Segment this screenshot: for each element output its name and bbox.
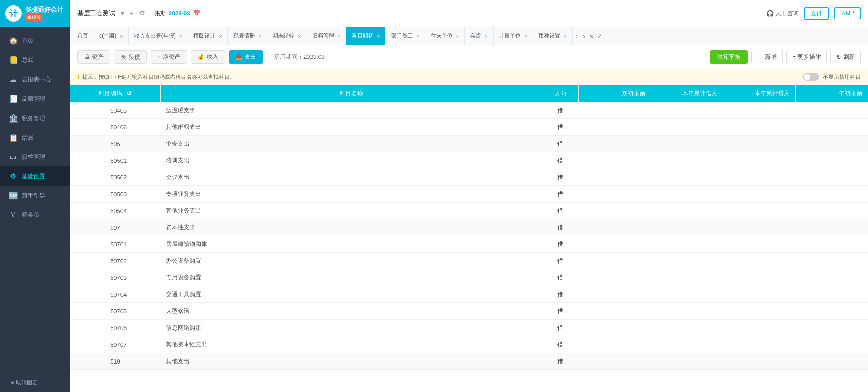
tab-currency-close[interactable]: × (564, 33, 566, 39)
cell-annual-debit[interactable] (651, 269, 723, 286)
tab-annual-close[interactable]: × (179, 33, 182, 39)
customer-service-btn[interactable]: 🎧 人工咨询 (766, 9, 799, 18)
table-row[interactable]: 50704 交通工具购置 借 (70, 286, 868, 303)
cell-annual-balance[interactable] (796, 336, 868, 353)
table-row[interactable]: 50406 其他维权支出 借 (70, 119, 868, 136)
cell-opening-balance[interactable] (579, 136, 651, 152)
cell-annual-credit[interactable] (723, 186, 796, 203)
table-row[interactable]: 50503 专项业务支出 借 (70, 186, 868, 203)
table-row[interactable]: 50702 办公设备购置 借 (70, 253, 868, 269)
sidebar-item-home[interactable]: 🏠 首页 (0, 31, 70, 50)
cell-annual-credit[interactable] (723, 353, 796, 370)
cell-annual-credit[interactable] (723, 102, 796, 119)
add-workspace-icon[interactable]: ＋ (128, 9, 135, 18)
cell-annual-balance[interactable] (796, 320, 868, 336)
tab-tax-table[interactable]: 税表清册 × (228, 27, 267, 45)
cell-annual-credit[interactable] (723, 203, 796, 219)
cell-opening-balance[interactable] (579, 269, 651, 286)
tab-currency[interactable]: 币种设置 × (533, 27, 572, 45)
dropdown-icon[interactable]: ▾ (121, 9, 124, 18)
cell-opening-balance[interactable] (579, 353, 651, 370)
cell-opening-balance[interactable] (579, 336, 651, 353)
tab-dept[interactable]: 部门员工 × (386, 27, 425, 45)
cell-annual-balance[interactable] (796, 236, 868, 253)
settings-icon[interactable]: ⚙ (139, 9, 145, 18)
table-row[interactable]: 50705 大型修缮 借 (70, 303, 868, 320)
tab-interim-close[interactable]: × (120, 33, 123, 39)
cell-opening-balance[interactable] (579, 219, 651, 236)
cell-annual-debit[interactable] (651, 169, 723, 186)
table-row[interactable]: 50701 房屋建筑物购建 借 (70, 236, 868, 253)
cell-annual-balance[interactable] (796, 119, 868, 136)
cell-annual-debit[interactable] (651, 136, 723, 152)
cell-annual-balance[interactable] (796, 152, 868, 169)
tab-interim[interactable]: ε(中期) × (94, 27, 129, 45)
table-row[interactable]: 510 其他支出 借 (70, 353, 868, 370)
refresh-btn[interactable]: ↻ 刷新 (830, 50, 861, 64)
tab-annual-report[interactable]: 收入支出表(年报) × (129, 27, 188, 45)
cell-annual-balance[interactable] (796, 169, 868, 186)
tab-archive-close[interactable]: × (338, 33, 340, 39)
tab-home[interactable]: 首页 (72, 27, 94, 45)
cell-annual-balance[interactable] (796, 186, 868, 203)
cell-opening-balance[interactable] (579, 102, 651, 119)
cell-annual-balance[interactable] (796, 286, 868, 303)
tab-counterpart-close[interactable]: × (456, 33, 459, 39)
account-button[interactable]: 会计 (804, 7, 829, 20)
cell-annual-credit[interactable] (723, 303, 796, 320)
tab-tax-close[interactable]: × (259, 33, 261, 39)
cell-opening-balance[interactable] (579, 119, 651, 136)
cell-annual-debit[interactable] (651, 286, 723, 303)
sidebar-item-archive[interactable]: 🗂 归档管理 (0, 147, 70, 166)
cell-annual-debit[interactable] (651, 186, 723, 203)
balance-btn[interactable]: 试算平衡 (710, 50, 748, 64)
cell-annual-credit[interactable] (723, 286, 796, 303)
cell-annual-debit[interactable] (651, 253, 723, 269)
tab-period-end[interactable]: 期末结转 × (267, 27, 307, 45)
table-row[interactable]: 50502 会议支出 借 (70, 169, 868, 186)
tab-unit[interactable]: 计量单位 × (494, 27, 533, 45)
cell-annual-debit[interactable] (651, 203, 723, 219)
table-row[interactable]: 50504 其他业务支出 借 (70, 203, 868, 219)
tab-inventory-close[interactable]: × (485, 33, 487, 39)
cell-annual-credit[interactable] (723, 253, 796, 269)
cell-annual-balance[interactable] (796, 203, 868, 219)
tab-subject-close[interactable]: × (377, 33, 380, 39)
cell-annual-debit[interactable] (651, 353, 723, 370)
cell-opening-balance[interactable] (579, 320, 651, 336)
cell-annual-credit[interactable] (723, 269, 796, 286)
tab-unit-close[interactable]: × (524, 33, 527, 39)
cell-annual-credit[interactable] (723, 152, 796, 169)
sidebar-item-reports[interactable]: ☁ 云报表中心 (0, 70, 70, 89)
sub-tab-income[interactable]: 💰 收入 (191, 50, 225, 64)
sidebar-item-ledger[interactable]: 📒 总账 (0, 50, 70, 70)
cell-opening-balance[interactable] (579, 152, 651, 169)
tab-subject-initial[interactable]: 科目期初 × (346, 27, 386, 45)
tab-template[interactable]: 模版设计 × (188, 27, 227, 45)
tab-counterpart[interactable]: 往来单位 × (425, 27, 465, 45)
cell-annual-credit[interactable] (723, 320, 796, 336)
table-row[interactable]: 507 资本性支出 借 (70, 219, 868, 236)
sidebar-item-tax[interactable]: 🏦 税务管理 (0, 109, 70, 128)
sub-tab-expenditure[interactable]: 📤 支出 (229, 50, 263, 64)
cell-annual-balance[interactable] (796, 303, 868, 320)
table-row[interactable]: 50501 培训支出 借 (70, 152, 868, 169)
sub-tab-liability[interactable]: 负 负债 (114, 50, 147, 64)
tab-template-close[interactable]: × (219, 33, 222, 39)
table-row[interactable]: 50706 信息网络购建 借 (70, 320, 868, 336)
cell-annual-debit[interactable] (651, 320, 723, 336)
col-settings-icon[interactable]: ⚙ (127, 90, 132, 97)
cell-annual-debit[interactable] (651, 303, 723, 320)
cell-annual-debit[interactable] (651, 102, 723, 119)
sidebar-item-basic[interactable]: ⚙ 基础设置 (0, 166, 70, 186)
cell-annual-debit[interactable] (651, 219, 723, 236)
cell-annual-credit[interactable] (723, 136, 796, 152)
cell-annual-balance[interactable] (796, 136, 868, 152)
tab-close-all-btn[interactable]: × (588, 33, 595, 40)
tab-dept-close[interactable]: × (416, 33, 419, 39)
cell-opening-balance[interactable] (579, 286, 651, 303)
cell-annual-debit[interactable] (651, 336, 723, 353)
cell-opening-balance[interactable] (579, 169, 651, 186)
cell-annual-credit[interactable] (723, 236, 796, 253)
tab-archive[interactable]: 归档管理 × (307, 27, 346, 45)
